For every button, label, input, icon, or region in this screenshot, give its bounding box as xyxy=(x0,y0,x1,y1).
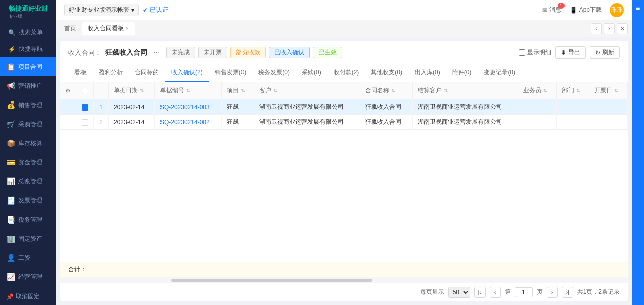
tab-payment[interactable]: 收付款(2) xyxy=(328,64,365,82)
row-checkbox[interactable] xyxy=(82,104,88,111)
tab-sales-invoice[interactable]: 销售发票(0) xyxy=(209,64,253,82)
tab-other-income[interactable]: 其他收支(0) xyxy=(365,64,409,82)
header-right: ✉ 1 消息 📱 App下载 珠珠 xyxy=(542,3,624,17)
tab-home[interactable]: 首页 xyxy=(60,22,80,35)
th-doc-no[interactable]: 单据编号 ⇅ xyxy=(154,82,222,99)
td-salesperson xyxy=(518,115,557,130)
select-all-checkbox[interactable] xyxy=(82,88,88,94)
tab-contract-board[interactable]: 收入合同看板 × xyxy=(82,22,135,35)
tab-profit[interactable]: 盈利分析 xyxy=(93,64,129,82)
tab-purchase[interactable]: 采购(0) xyxy=(296,64,328,82)
sidebar-item-invoice[interactable]: 🧾 发票管理 xyxy=(0,191,56,210)
doc-no-link[interactable]: SQ-20230214-003 xyxy=(160,104,210,111)
total-label: 合计： xyxy=(68,265,87,274)
th-open-date[interactable]: 开票日 ⇅ xyxy=(589,82,628,99)
td-checkbox[interactable] xyxy=(76,115,94,130)
status-partial-collected[interactable]: 部分收款 xyxy=(230,47,266,58)
tab-next-button[interactable]: › xyxy=(604,23,615,34)
td-doc-no[interactable]: SQ-20230214-002 xyxy=(154,115,222,130)
logo-text: 畅捷通好业财 xyxy=(9,4,48,13)
quick-nav[interactable]: ⚡ 快捷导航 xyxy=(0,41,56,57)
sidebar-item-inventory[interactable]: 📦 库存核算 xyxy=(0,134,56,153)
labor-icon: 👤 xyxy=(6,253,15,262)
sidebar-item-project[interactable]: 📋 项目合同 xyxy=(0,57,56,76)
th-checkbox xyxy=(76,82,94,99)
page-label-2: 页 xyxy=(537,288,543,296)
sidebar-item-finance[interactable]: 💳 资金管理 xyxy=(0,153,56,172)
page-input[interactable] xyxy=(515,287,533,297)
settings-icon[interactable]: ⚙ xyxy=(65,87,71,94)
tab-revenue-confirm[interactable]: 收入确认(2) xyxy=(165,64,209,82)
logo-sub: 专业版 xyxy=(9,13,48,20)
th-salesperson[interactable]: 业务员 ⇅ xyxy=(518,82,557,99)
prev-page-button[interactable]: ‹ xyxy=(490,287,501,298)
first-page-button[interactable]: |‹ xyxy=(474,287,486,298)
page-header: 收入合同： 狂飙收入合同 ··· 未完成 未开票 部分收款 已收入确认 已生效 … xyxy=(60,41,628,64)
last-page-button[interactable]: ›| xyxy=(562,287,573,298)
sidebar-item-general[interactable]: 📊 总账管理 xyxy=(0,172,56,191)
refresh-button[interactable]: ↻ 刷新 xyxy=(590,46,620,59)
tab-attachment[interactable]: 附件(0) xyxy=(446,64,478,82)
tab-in-out[interactable]: 出入库(0) xyxy=(409,64,446,82)
tab-close-button[interactable]: ✕ xyxy=(617,23,628,34)
per-page-select[interactable]: 50 xyxy=(448,287,470,298)
th-customer[interactable]: 客户 ⇅ xyxy=(254,82,360,99)
unpin-button[interactable]: 📌 取消固定 xyxy=(0,288,56,305)
app-download-button[interactable]: 📱 App下载 xyxy=(570,6,602,14)
top-header: 好业财专业版演示帐套 ▾ ✔ 已认证 ✉ 1 消息 📱 App下载 珠珠 xyxy=(56,0,632,20)
sidebar-item-marketing[interactable]: 📢 营销推广 xyxy=(0,76,56,95)
th-contract[interactable]: 合同名称 ⇅ xyxy=(360,82,412,99)
more-options-button[interactable]: ··· xyxy=(153,48,160,57)
row-checkbox[interactable] xyxy=(82,119,88,126)
horizontal-scrollbar[interactable] xyxy=(60,277,628,283)
tab-bar: 首页 收入合同看板 × ‹ › ✕ xyxy=(56,20,632,37)
right-panel-icon[interactable]: ≡ xyxy=(634,2,642,14)
data-table: ⚙ 单据日期 ⇅ xyxy=(60,82,628,130)
th-project[interactable]: 项目 ⇅ xyxy=(222,82,254,99)
th-department[interactable]: 部门 ⇅ xyxy=(557,82,589,99)
message-button[interactable]: ✉ 1 消息 xyxy=(542,6,561,14)
sort-icon: ⇅ xyxy=(614,88,618,93)
close-tab-button[interactable]: × xyxy=(126,26,129,31)
status-buttons: 未完成 未开票 部分收款 已收入确认 已生效 xyxy=(166,47,342,58)
th-date[interactable]: 单据日期 ⇅ xyxy=(109,82,155,99)
tab-prev-button[interactable]: ‹ xyxy=(591,23,602,34)
sort-icon: ⇅ xyxy=(391,88,395,93)
sidebar-item-purchase[interactable]: 🛒 采购管理 xyxy=(0,115,56,134)
export-button[interactable]: ⬇ 导出 xyxy=(555,46,586,59)
message-badge: 1 xyxy=(558,3,565,9)
table-row[interactable]: 2 2023-02-14 SQ-20230214-002 狂飙 湖南卫视商业运营… xyxy=(60,115,628,130)
td-doc-no[interactable]: SQ-20230214-003 xyxy=(154,99,222,115)
status-confirmed[interactable]: 已收入确认 xyxy=(269,47,310,58)
tab-tax-invoice[interactable]: 税务发票(0) xyxy=(252,64,296,82)
sidebar-item-asset[interactable]: 🏢 固定资产 xyxy=(0,229,56,248)
table-row[interactable]: 1 2023-02-14 SQ-20230214-003 狂飙 湖南卫视商业运营… xyxy=(60,99,628,115)
show-detail-checkbox[interactable] xyxy=(519,49,525,56)
sort-icon: ⇅ xyxy=(140,88,144,93)
company-selector[interactable]: 好业财专业版演示帐套 ▾ xyxy=(64,4,139,16)
th-settle-customer[interactable]: 结算客户 ⇅ xyxy=(412,82,518,99)
doc-no-link[interactable]: SQ-20230214-002 xyxy=(160,119,210,126)
finance-icon: 💳 xyxy=(6,158,15,167)
tab-contract-standard[interactable]: 合同标的 xyxy=(129,64,165,82)
sidebar-search[interactable]: 🔍 搜索菜单 xyxy=(0,24,56,41)
sidebar-item-manage[interactable]: 📈 经营管理 xyxy=(0,267,56,286)
user-avatar[interactable]: 珠珠 xyxy=(610,3,624,17)
refresh-icon: ↻ xyxy=(595,49,600,56)
project-icon: 📋 xyxy=(6,62,15,71)
status-not-complete[interactable]: 未完成 xyxy=(166,47,195,58)
page-header-left: 收入合同： 狂飙收入合同 ··· 未完成 未开票 部分收款 已收入确认 已生效 xyxy=(68,47,342,58)
next-page-button[interactable]: › xyxy=(547,287,558,298)
sidebar-item-tax[interactable]: 📑 税务管理 xyxy=(0,210,56,229)
show-detail-checkbox-label[interactable]: 显示明细 xyxy=(519,48,551,57)
td-checkbox[interactable] xyxy=(76,99,94,115)
quick-nav-label: 快捷导航 xyxy=(19,45,43,53)
sidebar-item-sales[interactable]: 💰 销售管理 xyxy=(0,95,56,115)
sidebar-item-labor[interactable]: 👤 工资 xyxy=(0,248,56,267)
sidebar-item-label: 经营管理 xyxy=(18,273,42,281)
status-effective[interactable]: 已生效 xyxy=(313,47,342,58)
status-not-invoiced[interactable]: 未开票 xyxy=(198,47,227,58)
tab-board[interactable]: 看板 xyxy=(68,64,93,82)
tab-change-log[interactable]: 变更记录(0) xyxy=(477,64,521,82)
sidebar-item-label: 库存核算 xyxy=(18,139,42,148)
